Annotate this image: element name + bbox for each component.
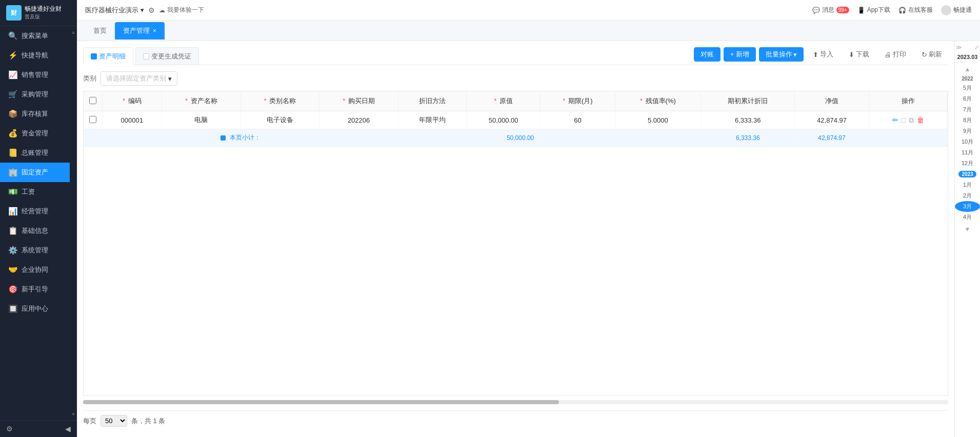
panel-nav-up[interactable]: ▲ [964, 65, 972, 74]
tab-asset-management[interactable]: 资产管理 × [115, 22, 165, 39]
month-nov[interactable]: 11月 [955, 147, 980, 158]
per-page-select[interactable]: 50 100 200 [101, 415, 127, 427]
more-icon[interactable]: ⧉ [909, 116, 914, 125]
month-feb[interactable]: 2月 [955, 190, 980, 201]
subtotal-original-value: 50,000.00 [319, 129, 541, 147]
tab-home[interactable]: 首页 [85, 22, 115, 39]
download-button[interactable]: ⬇ 下载 [843, 47, 875, 62]
refresh-button[interactable]: ↻ 刷新 [915, 47, 948, 62]
sidebar-item-system[interactable]: ⚙️ 系统管理 [0, 241, 77, 260]
delete-icon[interactable]: 🗑 [917, 116, 924, 124]
message-icon: 💬 [812, 7, 820, 14]
tab-close-icon[interactable]: × [153, 27, 156, 34]
header-accumulated-depreciation: 期初累计折旧 [701, 91, 795, 111]
sidebar-item-label: 新手引导 [22, 285, 48, 294]
subtotal-label: 本页小计： [230, 134, 261, 141]
edit-icon[interactable]: ✏ [892, 116, 898, 124]
month-sep[interactable]: 9月 [955, 126, 980, 136]
subtotal-cell-empty [84, 129, 162, 147]
sidebar-item-management[interactable]: 📊 经营管理 [0, 202, 77, 221]
sidebar-item-label: 库存核算 [22, 109, 48, 118]
sidebar-item-label: 系统管理 [22, 246, 48, 255]
refresh-icon: ↻ [922, 51, 927, 58]
new-button[interactable]: + 新增 [724, 47, 756, 62]
panel-collapse-icon[interactable]: ≫ [956, 44, 962, 51]
total-count: 条，共 1 条 [131, 416, 165, 426]
subtotal-actions-empty [869, 129, 947, 147]
subtab-voucher[interactable]: 变更生成凭证 [135, 47, 199, 65]
month-apr[interactable]: 4月 [955, 212, 980, 223]
reconcile-button[interactable]: 对账 [694, 47, 721, 62]
header-name: * 资产名称 [162, 91, 241, 111]
panel-expand-icon[interactable]: ⤢ [974, 44, 979, 51]
sidebar-item-ledger[interactable]: 📒 总账管理 [0, 143, 77, 163]
settings-button[interactable]: ⚙ [148, 6, 155, 14]
sidebar-item-basicinfo[interactable]: 📋 基础信息 [0, 221, 77, 241]
month-mar-current[interactable]: 3月 [955, 201, 980, 212]
subtotal-row: 本页小计： 50,000.00 6,333.36 42,874.97 [84, 129, 948, 147]
sidebar-item-fixed-assets[interactable]: 🏢 固定资产 [0, 163, 77, 182]
row-category: 电子设备 [241, 111, 319, 129]
horizontal-scrollbar-thumb[interactable] [83, 400, 559, 404]
sidebar-item-label: 应用中心 [22, 304, 48, 313]
logo-icon: 财 [6, 5, 22, 21]
sidebar-item-inventory[interactable]: 📦 库存核算 [0, 104, 77, 124]
app-download-button[interactable]: 📱 App下载 [857, 6, 890, 14]
sidebar-item-finance[interactable]: 💰 资金管理 [0, 124, 77, 143]
month-oct[interactable]: 10月 [955, 136, 980, 147]
message-button[interactable]: 💬 消息 99+ [812, 6, 849, 14]
subtab-asset-detail[interactable]: 资产明细 [83, 47, 133, 65]
company-selector[interactable]: 医疗器械行业演示 ▾ [85, 6, 144, 15]
cloud-icon: ☁ [159, 7, 165, 14]
month-jul[interactable]: 7月 [955, 104, 980, 115]
guide-icon: 🎯 [8, 285, 17, 294]
demo-label: 我要体验一下 [167, 6, 204, 14]
sidebar-item-collab[interactable]: 🤝 企业协同 [0, 260, 77, 280]
month-jun[interactable]: 6月 [955, 93, 980, 104]
topbar-left: 医疗器械行业演示 ▾ ⚙ ☁ 我要体验一下 [85, 6, 204, 15]
sidebar-item-payroll[interactable]: 💵 工资 [0, 182, 77, 202]
sidebar-scroll-down[interactable]: ▼ [70, 410, 77, 418]
sidebar-item-appcenter[interactable]: 🔲 应用中心 [0, 299, 77, 319]
reconcile-label: 对账 [701, 50, 714, 59]
import-button[interactable]: ⬆ 导入 [807, 47, 839, 62]
year-2022-label: 2022 [962, 76, 973, 82]
row-original-value: 50,000.00 [466, 111, 540, 129]
copy-icon[interactable]: □ [902, 116, 906, 124]
print-button[interactable]: 🖨 打印 [878, 47, 912, 62]
sidebar-item-label: 销售管理 [22, 70, 48, 80]
sidebar-item-guide[interactable]: 🎯 新手引导 [0, 280, 77, 299]
sidebar-item-label: 资金管理 [22, 129, 48, 138]
batch-dropdown-icon: ▾ [793, 51, 797, 58]
horizontal-scrollbar-track[interactable] [83, 400, 948, 404]
row-accumulated-depreciation: 6,333.36 [701, 111, 795, 129]
table-footer: 每页 50 100 200 条，共 1 条 [83, 410, 948, 431]
row-code: 000001 [102, 111, 162, 129]
sales-icon: 📈 [8, 70, 17, 80]
sidebar-scroll-up[interactable]: ▲ [70, 28, 77, 36]
panel-nav-down[interactable]: ▼ [964, 225, 972, 234]
header-period: * 期限(月) [541, 91, 615, 111]
sidebar-item-purchase[interactable]: 🛒 采购管理 [0, 85, 77, 104]
collapse-icon[interactable]: ◀ [65, 425, 71, 433]
month-jan[interactable]: 1月 [955, 180, 980, 190]
sidebar-item-label: 基础信息 [22, 226, 48, 235]
content-area: 资产明细 变更生成凭证 对账 + 新增 批量操作 [77, 41, 980, 437]
sidebar-item-quicknav[interactable]: ⚡ 快捷导航 [0, 46, 77, 65]
sidebar-item-search[interactable]: 🔍 搜索菜单 [0, 26, 77, 46]
user-menu[interactable]: 畅捷通 [941, 5, 972, 15]
category-filter[interactable]: 请选择固定资产类别 ▾ [101, 71, 177, 86]
month-may[interactable]: 5月 [955, 83, 980, 93]
row-checkbox[interactable] [89, 116, 96, 123]
batch-label: 批量操作 [766, 50, 792, 59]
demo-button[interactable]: ☁ 我要体验一下 [159, 6, 204, 14]
row-name: 电脑 [162, 111, 241, 129]
settings-icon[interactable]: ⚙ [6, 425, 13, 433]
select-all-checkbox[interactable] [89, 97, 96, 104]
panel-date-label: 2023.03 [955, 52, 980, 63]
online-service-button[interactable]: 🎧 在线客服 [898, 6, 933, 14]
batch-button[interactable]: 批量操作 ▾ [759, 47, 804, 62]
sidebar-item-sales[interactable]: 📈 销售管理 [0, 65, 77, 85]
month-dec[interactable]: 12月 [955, 158, 980, 169]
month-aug[interactable]: 8月 [955, 115, 980, 126]
